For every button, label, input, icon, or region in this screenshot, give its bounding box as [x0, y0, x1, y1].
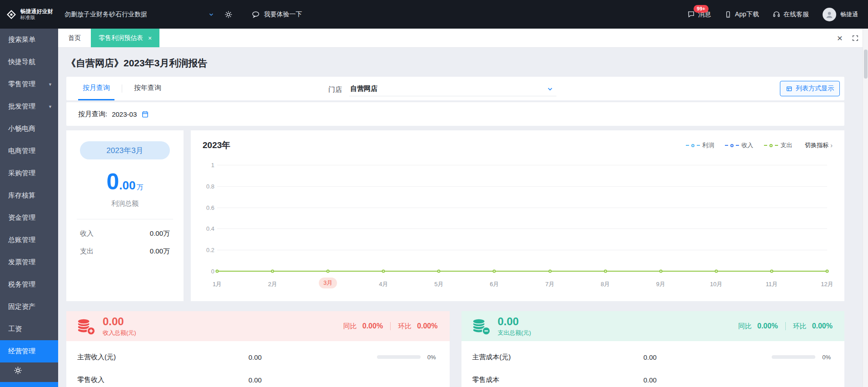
- coins-plus-icon: [75, 316, 96, 337]
- table-row: 主营收入(元)0.000%: [66, 346, 450, 368]
- experience-button[interactable]: 我要体验一下: [252, 10, 302, 19]
- sidebar-item-14[interactable]: 经营管理: [0, 340, 58, 362]
- chart-marker: [826, 270, 829, 273]
- yoy-value: 0.00%: [757, 322, 778, 330]
- dataset-selector-label: 勿删放子业财务砂石行业数据: [64, 10, 147, 19]
- sidebar-item-3[interactable]: 批发管理▼: [0, 95, 58, 118]
- headset-icon: [773, 10, 780, 18]
- calendar-icon[interactable]: [141, 110, 149, 118]
- progress-bar: [377, 355, 421, 359]
- legend-dot: [769, 144, 773, 147]
- query-tab-1[interactable]: 按年查询: [129, 77, 166, 100]
- sidebar-gear-icon[interactable]: [14, 366, 22, 375]
- sidebar-item-6[interactable]: 采购管理: [0, 162, 58, 184]
- close-icon[interactable]: ×: [837, 33, 843, 43]
- expense-metrics: 同比 0.00% 环比 0.00%: [738, 322, 833, 331]
- tab-active-label: 零售利润预估表: [99, 34, 143, 42]
- tabbar: 首页 零售利润预估表 × ×: [58, 29, 868, 48]
- list-view-button[interactable]: 列表方式显示: [780, 81, 840, 96]
- legend-item-2[interactable]: 支出: [764, 141, 792, 149]
- user-menu[interactable]: 畅捷通: [823, 8, 858, 21]
- table-row: 主营成本(元)0.000%: [461, 346, 845, 368]
- chart-panel: 2023年 利润收入支出 切换指标 › 10.80.60.40.20 1月2月3…: [191, 130, 844, 301]
- divider: [785, 322, 786, 330]
- sidebar-item-label: 采购管理: [8, 169, 35, 178]
- sidebar-item-label: 工资: [8, 325, 22, 333]
- sidebar-item-4[interactable]: 小畅电商: [0, 118, 58, 140]
- sidebar-item-label: 资金管理: [8, 213, 35, 222]
- fullscreen-icon[interactable]: [852, 35, 859, 42]
- y-tick-label: 0: [203, 268, 214, 275]
- sidebar-item-9[interactable]: 总账管理: [0, 229, 58, 251]
- topbar-gear-icon[interactable]: [224, 10, 233, 19]
- legend-label: 支出: [780, 141, 792, 149]
- legend-line: [736, 145, 739, 146]
- x-tick-label: 10月: [710, 280, 722, 288]
- store-select[interactable]: 自营网店: [349, 84, 556, 96]
- sidebar-item-label: 电商管理: [8, 147, 35, 155]
- sidebar-item-5[interactable]: 电商管理: [0, 140, 58, 162]
- sidebar-item-label: 税务管理: [8, 280, 35, 289]
- chart-marker: [604, 270, 607, 273]
- sidebar-item-12[interactable]: 固定资产: [0, 296, 58, 318]
- expense-total: 0.00 支出总额(元): [498, 315, 531, 337]
- chart-marker: [382, 270, 385, 273]
- experience-label: 我要体验一下: [264, 10, 302, 19]
- tabbar-actions: ×: [828, 29, 868, 47]
- sidebar-item-label: 小畅电商: [8, 124, 35, 133]
- sidebar-item-2[interactable]: 零售管理▼: [0, 73, 58, 95]
- legend-item-1[interactable]: 收入: [725, 141, 753, 149]
- legend-line: [686, 145, 689, 146]
- scrollbar-thumb[interactable]: [864, 50, 868, 79]
- tab-active[interactable]: 零售利润预估表 ×: [91, 29, 159, 47]
- month-filter-value[interactable]: 2023-03: [112, 110, 137, 118]
- app-download-label: App下载: [735, 10, 759, 19]
- messages-button[interactable]: 99+ 消息: [687, 10, 711, 19]
- sidebar-item-1[interactable]: 快捷导航: [0, 51, 58, 73]
- sidebar-item-0[interactable]: 搜索菜单: [0, 29, 58, 51]
- mom-label: 环比: [398, 322, 412, 331]
- y-tick-label: 1: [203, 162, 214, 169]
- app-logo[interactable]: 畅捷通好业财 标准版: [0, 0, 58, 29]
- app-download-button[interactable]: App下载: [724, 10, 759, 19]
- switch-metric-button[interactable]: 切换指标 ›: [805, 141, 833, 149]
- vertical-scrollbar[interactable]: [863, 29, 868, 387]
- sidebar-item-8[interactable]: 资金管理: [0, 207, 58, 229]
- sidebar-item-label: 固定资产: [8, 303, 35, 311]
- chart-marker: [548, 270, 551, 273]
- tab-home[interactable]: 首页: [58, 29, 91, 47]
- online-service-button[interactable]: 在线客服: [773, 10, 809, 19]
- sidebar-item-13[interactable]: 工资: [0, 318, 58, 340]
- chart-marker: [327, 270, 330, 273]
- sidebar-menu: 搜索菜单快捷导航零售管理▼批发管理▼小畅电商电商管理采购管理库存核算资金管理总账…: [0, 29, 58, 362]
- chart-marker: [493, 270, 496, 273]
- switch-metric-label: 切换指标: [805, 141, 828, 149]
- row-value: 0.00: [166, 353, 262, 361]
- sidebar-item-11[interactable]: 税务管理: [0, 273, 58, 296]
- sidebar-item-10[interactable]: 发票管理: [0, 251, 58, 273]
- tab-close-icon[interactable]: ×: [148, 35, 152, 42]
- legend-item-0[interactable]: 利润: [686, 141, 714, 149]
- progress-percent: 0%: [427, 354, 436, 361]
- coins-minus-icon: [471, 316, 491, 337]
- sidebar-item-label: 库存核算: [8, 191, 35, 200]
- chart-gridline: [217, 250, 827, 250]
- legend-line: [725, 145, 728, 146]
- income-total: 0.00 收入总额(元): [103, 315, 136, 337]
- chart-header: 2023年 利润收入支出 切换指标 ›: [203, 139, 833, 151]
- profit-row-value: 0.00万: [150, 229, 170, 238]
- sidebar-item-7[interactable]: 库存核算: [0, 184, 58, 207]
- profit-value-dec: .00: [119, 179, 135, 192]
- progress-percent: 0%: [822, 354, 831, 361]
- x-tick-label: 3月: [319, 278, 337, 288]
- income-detail-rows: 主营收入(元)0.000%零售收入0.00: [66, 341, 450, 387]
- x-tick-label: 6月: [490, 280, 499, 288]
- query-tab-0[interactable]: 按月查询: [78, 77, 114, 100]
- date-filter-panel: 按月查询: 2023-03: [66, 102, 844, 126]
- x-tick-label: 11月: [766, 280, 778, 288]
- list-view-label: 列表方式显示: [796, 84, 834, 93]
- sidebar-bottom-bar[interactable]: [0, 382, 58, 387]
- avatar: [823, 8, 836, 21]
- chevron-down-icon: [208, 11, 214, 18]
- dataset-selector[interactable]: 勿删放子业财务砂石行业数据: [64, 10, 214, 19]
